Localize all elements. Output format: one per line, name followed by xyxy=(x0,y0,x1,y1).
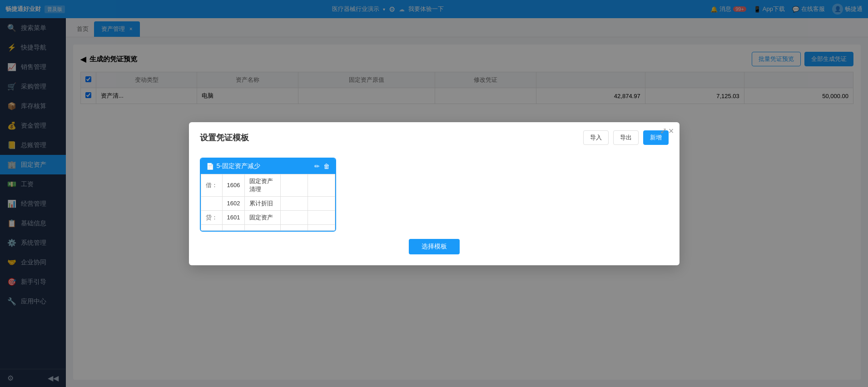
template-name: 5-固定资产减少 xyxy=(217,162,260,170)
modal-header: 设置凭证模板 导入 导出 新增 xyxy=(189,122,680,150)
entry-account-1: 固定资产清理 xyxy=(245,174,280,196)
template-card: 📄 5-固定资产减少 ✏ 🗑 xyxy=(200,158,336,232)
modal-body: 📄 5-固定资产减少 ✏ 🗑 xyxy=(189,150,680,265)
template-file-icon: 📄 xyxy=(206,163,214,170)
modal-dialog: ⤢ × 设置凭证模板 导入 导出 新增 xyxy=(189,122,680,265)
modal-overlay[interactable]: ⤢ × 设置凭证模板 导入 导出 新增 xyxy=(66,37,868,387)
content-area: 首页 资产管理 × ◀ 生成的凭证预览 批量凭证预览 全部生成凭证 xyxy=(66,18,868,387)
template-delete-button[interactable]: 🗑 xyxy=(323,163,330,170)
entry-account-4 xyxy=(245,224,280,230)
entry-code-4 xyxy=(222,224,245,230)
template-edit-button[interactable]: ✏ xyxy=(314,163,320,170)
template-card-body: 借： 1606 固定资产清理 1602 xyxy=(201,174,335,231)
template-entry-row: 借： 1606 固定资产清理 xyxy=(201,174,335,196)
entry-direction-3: 贷： xyxy=(201,210,222,224)
modal-window-controls: ⤢ × xyxy=(655,122,680,140)
import-button[interactable]: 导入 xyxy=(583,130,609,145)
template-entry-row: 1602 累计折旧 xyxy=(201,196,335,210)
entry-code-3: 1601 xyxy=(222,210,245,224)
entry-code-2: 1602 xyxy=(222,196,245,210)
entry-direction-1: 借： xyxy=(201,174,222,196)
entry-direction-2 xyxy=(201,196,222,210)
entry-credit-1 xyxy=(308,174,335,196)
entry-credit-2 xyxy=(308,196,335,210)
modal-maximize-icon[interactable]: ⤢ xyxy=(660,126,667,136)
template-entries-table: 借： 1606 固定资产清理 1602 xyxy=(201,174,335,231)
entry-credit-4 xyxy=(308,224,335,230)
entry-account-2: 累计折旧 xyxy=(245,196,280,210)
modal-title: 设置凭证模板 xyxy=(200,132,249,143)
select-template-button[interactable]: 选择模板 xyxy=(409,239,460,254)
export-button[interactable]: 导出 xyxy=(613,130,639,145)
modal-window-close-icon[interactable]: × xyxy=(669,126,674,136)
page-content: ◀ 生成的凭证预览 批量凭证预览 全部生成凭证 变动类型 资产名称 xyxy=(66,37,868,387)
entry-debit-3 xyxy=(280,210,308,224)
entry-credit-3 xyxy=(308,210,335,224)
entry-direction-4 xyxy=(201,224,222,230)
main-layout: 🔍 搜索菜单 ⚡ 快捷导航 📈 销售管理 🛒 采购管理 📦 库存核算 💰 资金管… xyxy=(0,18,868,387)
entry-debit-2 xyxy=(280,196,308,210)
template-card-header: 📄 5-固定资产减少 ✏ 🗑 xyxy=(201,159,335,174)
entry-account-3: 固定资产 xyxy=(245,210,280,224)
template-card-title-area: 📄 5-固定资产减少 xyxy=(206,162,260,170)
template-entry-row: 贷： 1601 固定资产 xyxy=(201,210,335,224)
template-card-actions: ✏ 🗑 xyxy=(314,163,330,170)
template-entry-row xyxy=(201,224,335,230)
entry-code-1: 1606 xyxy=(222,174,245,196)
entry-debit-1 xyxy=(280,174,308,196)
entry-debit-4 xyxy=(280,224,308,230)
